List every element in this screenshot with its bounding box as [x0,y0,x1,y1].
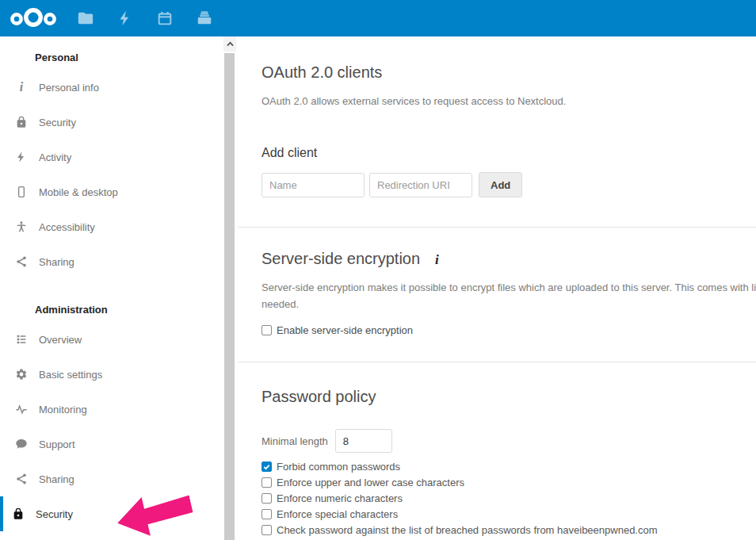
policy-option-row: Check password against the list of breac… [262,522,756,538]
lightning-icon [15,151,28,163]
haveibeenpwned-checkbox[interactable] [262,525,272,535]
scroll-up-button[interactable] [223,36,236,52]
nextcloud-logo[interactable] [8,0,59,36]
info-icon[interactable]: i [435,252,439,268]
enforce-case-checkbox[interactable] [262,477,272,488]
oauth-title: OAuth 2.0 clients [262,62,756,83]
sidebar-scrollbar [223,36,237,540]
enforce-numeric-checkbox[interactable] [262,493,272,504]
sidebar-item-security-admin[interactable]: Security [0,496,238,531]
settings-content: OAuth 2.0 clients OAuth 2.0 allows exter… [238,36,756,540]
sidebar-item-sharing-admin[interactable]: Sharing [0,461,238,496]
oauth-description: OAuth 2.0 allows external services to re… [262,93,756,109]
list-icon [15,333,28,346]
scrollbar-thumb[interactable] [224,53,235,540]
sidebar-section-administration: Administration [0,298,238,322]
policy-option-row: Enforce numeric characters [262,490,756,506]
redirection-uri-input[interactable] [369,173,472,197]
folder-icon [77,10,94,27]
settings-sidebar: Personal i Personal info Security Activi… [0,36,238,540]
calendar-icon [156,10,174,27]
app-menu [68,0,222,36]
oauth-section: OAuth 2.0 clients OAuth 2.0 allows exter… [238,36,756,227]
enable-encryption-row: Enable server-side encryption [262,323,756,337]
policy-option-row: Forbid common passwords [262,458,756,474]
activity-app-button[interactable] [108,0,143,36]
share-icon [15,255,28,268]
password-policy-options: Forbid common passwords Enforce upper an… [262,458,756,538]
chevron-up-icon [227,41,234,47]
minimal-length-input[interactable] [335,429,392,453]
enable-encryption-checkbox[interactable] [262,325,272,335]
sidebar-item-mobile-desktop[interactable]: Mobile & desktop [0,174,238,209]
gear-icon [15,368,28,381]
encryption-title: Server-side encryption [262,248,420,270]
pulse-icon [15,403,28,416]
minimal-length-label: Minimal length [262,435,328,447]
sidebar-item-sharing-personal[interactable]: Sharing [0,244,238,279]
add-button[interactable]: Add [479,172,522,197]
speech-bubble-icon [15,438,28,450]
check-icon [262,462,271,471]
enable-encryption-label[interactable]: Enable server-side encryption [277,324,413,336]
share-icon [15,473,28,485]
deck-icon [196,10,213,27]
enforce-special-checkbox[interactable] [262,509,272,519]
policy-option-row: Enforce special characters [262,506,756,522]
sidebar-item-monitoring[interactable]: Monitoring [0,392,238,427]
lock-icon [12,507,25,520]
sidebar-item-basic-settings[interactable]: Basic settings [0,357,238,392]
sidebar-item-overview[interactable]: Overview [0,322,238,357]
deck-app-button[interactable] [187,0,222,36]
encryption-section: Server-side encryption i Server-side enc… [238,228,756,362]
encryption-description: Server-side encryption makes it possible… [262,279,756,312]
client-name-input[interactable] [262,173,365,197]
info-icon: i [15,81,28,94]
top-bar [0,0,756,36]
sidebar-item-accessibility[interactable]: Accessibility [0,209,238,244]
add-client-heading: Add client [262,146,756,160]
phone-icon [15,186,28,198]
nextcloud-logo-icon [9,6,58,30]
sidebar-item-personal-info[interactable]: i Personal info [0,70,238,105]
password-policy-title: Password policy [262,386,756,408]
sidebar-section-personal: Personal [0,46,238,70]
forbid-common-passwords-checkbox[interactable] [262,461,272,472]
lock-icon [15,116,28,128]
sidebar-item-support[interactable]: Support [0,427,238,461]
sidebar-item-personal-security[interactable]: Security [0,105,238,140]
password-policy-section: Password policy Minimal length Forbid co… [238,362,756,538]
calendar-app-button[interactable] [147,0,182,36]
lightning-icon [116,10,134,27]
accessibility-icon [15,220,28,233]
minimal-length-row: Minimal length [262,429,756,453]
add-client-form: Add [262,172,756,197]
policy-option-row: Enforce upper and lower case characters [262,474,756,490]
sidebar-item-activity[interactable]: Activity [0,140,238,174]
files-app-button[interactable] [68,0,103,36]
